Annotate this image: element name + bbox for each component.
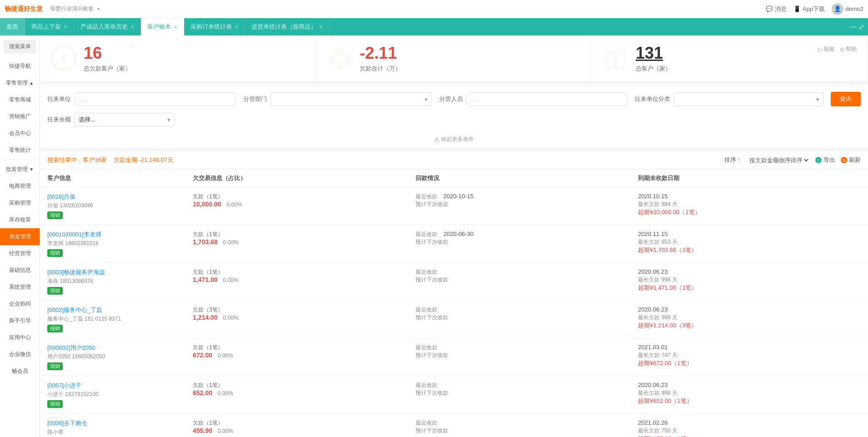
overdue-amount-4[interactable]: 超期¥672.00（1笔） <box>638 359 861 367</box>
sidebar-item-retail-mall[interactable]: 零售商城 <box>0 91 40 108</box>
sidebar-item-finance[interactable]: 资金管理 <box>0 228 40 245</box>
next-collect-3: 预计下次收款 <box>416 314 638 321</box>
overdue-amount-6[interactable]: 超期¥455.90（1笔） <box>638 435 861 437</box>
logo: 畅捷通好生意 <box>5 5 43 13</box>
close-icon[interactable]: ✕ <box>130 25 134 30</box>
search-menu-btn[interactable]: 搜索菜单 <box>4 40 36 53</box>
close-icon[interactable]: ✕ <box>319 25 323 30</box>
customer-name-4[interactable]: [000002]用户2050 <box>47 344 193 352</box>
customer-name-3[interactable]: [0002]服务中心_丁磊 <box>47 306 193 314</box>
due-cell-1: 2020.11.15 最长欠款 853 天 超期¥1,703.68（1笔） <box>638 231 861 254</box>
collect-label-5: 最近收款 <box>416 382 638 389</box>
overdue-amount-0[interactable]: 超期¥10,000.00（1笔） <box>638 208 861 216</box>
stat-overdue-amount-info: -2.11 欠款合计（万） <box>360 44 581 73</box>
stat-total-customers-info: 131 总客户（家） <box>636 44 811 73</box>
tab-purchase-order[interactable]: 采购订单统计表 ✕ <box>184 18 245 35</box>
customer-phone-3: 服务中心_丁磊 181 0125 8371 <box>47 315 193 323</box>
close-icon[interactable]: ✕ <box>235 25 238 30</box>
due-date-3: 2020.06.23 <box>638 306 861 313</box>
sidebar-item-quick-nav[interactable]: 快捷导航 <box>0 58 40 75</box>
stat-overdue-customers: ¥ 16 总欠款客户（家） <box>40 35 316 81</box>
debt-cell-2: 欠款（1笔） 1,471.00 0.00% <box>193 268 416 283</box>
customer-phone-6: 陈小希 <box>47 428 193 436</box>
sidebar-item-app-center[interactable]: 应用中心 <box>0 329 40 346</box>
video-label: 视频 <box>823 45 834 53</box>
customer-tag-0: 现销 <box>47 211 63 219</box>
export-btn[interactable]: ↑ 导出 <box>815 156 835 164</box>
message-btn[interactable]: 💬 消息 <box>766 5 787 13</box>
overdue-customers-label: 总欠款客户（家） <box>84 65 305 73</box>
balance-select[interactable]: 选择... ▾ <box>75 113 175 126</box>
sidebar-item-ecommerce[interactable]: 电商管理 <box>0 178 40 195</box>
overdue-amount-1[interactable]: 超期¥1,703.68（1笔） <box>638 246 861 254</box>
tab-stock-stat[interactable]: 进货单统计表（按商品） ✕ <box>245 18 330 35</box>
sidebar-item-newbie-guide[interactable]: 新手引导 <box>0 312 40 329</box>
sidebar-item-enterprise-collab[interactable]: 企业协同 <box>0 296 40 312</box>
customer-phone-4: 用户2050 18665062050 <box>47 353 193 361</box>
table-row: [0016]吕俊 吕俊 13026203696 现销 欠款（1笔） 10,000… <box>40 187 868 225</box>
overdue-amount-3[interactable]: 超期¥1,214.00（3笔） <box>638 321 861 330</box>
customer-name-5[interactable]: [0007]小进干 <box>47 382 193 390</box>
from-unit-dots: ... <box>79 96 86 103</box>
collapse-bar[interactable]: ⋀ 收起更多条件 <box>47 133 861 148</box>
overdue-amount-5[interactable]: 超期¥652.00（1笔） <box>638 397 861 405</box>
customer-tag-1: 现销 <box>47 249 63 257</box>
tab-product-history[interactable]: 产成品入库单历史 ✕ <box>74 18 141 35</box>
manager-dots: ... <box>471 96 478 103</box>
video-btn[interactable]: ▷ 视频 <box>818 45 834 53</box>
tab-home[interactable]: 首页 <box>0 18 25 35</box>
debt-percent-2: 0.00% <box>223 277 239 283</box>
manager-input[interactable]: ... <box>467 92 628 106</box>
sidebar-item-system-mgmt[interactable]: 系统管理 <box>0 279 40 296</box>
maximize-btn[interactable]: ⤢ <box>858 23 864 31</box>
sidebar-item-batch-mgmt[interactable]: 批发管理 ▼ <box>0 161 40 178</box>
sidebar-item-marketing[interactable]: 营销推广 <box>0 108 40 125</box>
tab-product-listing[interactable]: 商品上下架 ✕ <box>25 18 74 35</box>
customer-name-0[interactable]: [0016]吕俊 <box>47 193 193 201</box>
close-icon[interactable]: ✕ <box>64 25 67 30</box>
header-right: 💬 消息 📱 App下载 👤 demo2 <box>766 3 863 15</box>
unit-category-select[interactable]: ▾ <box>674 92 823 106</box>
sidebar-search-area: 搜索菜单 <box>0 35 40 58</box>
tab-customer-account[interactable]: 客户账本 ✕ <box>141 18 184 35</box>
sidebar-item-畅会员[interactable]: 畅会员 <box>0 363 40 380</box>
debt-amount-0: 10,000.00 <box>193 201 221 208</box>
sidebar-item-retail-mgmt[interactable]: 零售管理 ▲ <box>0 75 40 91</box>
sort-select[interactable]: 按欠款金额倒序排序 <box>748 156 810 164</box>
help-btn[interactable]: ⊙ 帮助 <box>840 45 857 53</box>
sidebar-item-ops-mgmt[interactable]: 经营管理 <box>0 245 40 262</box>
company-name: 母婴行业演示账套 <box>50 5 94 13</box>
refresh-btn[interactable]: ↻ 刷新 <box>841 156 861 164</box>
col-collect-status: 回款情况 <box>416 174 638 182</box>
search-button[interactable]: 查询 <box>831 92 861 106</box>
customer-cell-6: [0006]去下粮仓 陈小希 现销 <box>47 419 193 437</box>
due-cell-2: 2020.06.23 最长欠款 998 天 超期¥1,471.00（1笔） <box>638 268 861 292</box>
result-info: 搜索结果中，客户16家 欠款金额 -21,148.07元 排序： 按欠款金额倒序… <box>40 151 868 169</box>
sidebar-item-basic-info[interactable]: 基础信息 <box>0 262 40 279</box>
chevron-down-icon[interactable]: ▾ <box>97 6 100 11</box>
sidebar-item-enterprise-wechat[interactable]: 企业微信 <box>0 346 40 363</box>
user-avatar[interactable]: 👤 demo2 <box>832 3 863 15</box>
customer-name-2[interactable]: [0003]畅捷服务尹海蕊 <box>47 268 193 276</box>
customer-name-1[interactable]: [0001020001]李老师 <box>47 231 193 239</box>
dept-select[interactable]: ▾ <box>271 92 432 106</box>
sidebar-item-purchase-mgmt[interactable]: 采购管理 <box>0 195 40 211</box>
close-icon[interactable]: ✕ <box>174 25 177 30</box>
customer-cell-1: [0001020001]李老师 李老师 18600391516 现销 <box>47 231 193 257</box>
sidebar-item-inventory[interactable]: 库存核算 <box>0 211 40 228</box>
overdue-amount-2[interactable]: 超期¥1,471.00（1笔） <box>638 284 861 292</box>
customer-cell-0: [0016]吕俊 吕俊 13026203696 现销 <box>47 193 193 219</box>
sidebar-item-retail-stats[interactable]: 零售统计 <box>0 142 40 159</box>
minimize-btn[interactable]: — <box>849 23 857 31</box>
sidebar: 搜索菜单 快捷导航 零售管理 ▲ 零售商城 营销推广 会员中心 零售统计 批发管… <box>0 35 40 437</box>
collect-cell-5: 最近收款 预计下次收款 <box>416 382 638 397</box>
collect-label-0: 最近收款 2020-10-15 <box>416 193 638 201</box>
overdue-days-6: 最长欠款 750 天 <box>638 427 861 435</box>
sidebar-item-member-center[interactable]: 会员中心 <box>0 125 40 142</box>
from-unit-input[interactable]: ... <box>75 92 236 106</box>
app-download-btn[interactable]: 📱 App下载 <box>793 5 825 13</box>
debt-label-0: 欠款（1笔） <box>193 193 416 201</box>
stat-actions: ▷ 视频 ⊙ 帮助 <box>818 44 857 53</box>
customer-name-6[interactable]: [0006]去下粮仓 <box>47 419 193 427</box>
collect-label-4: 最近收款 <box>416 344 638 352</box>
